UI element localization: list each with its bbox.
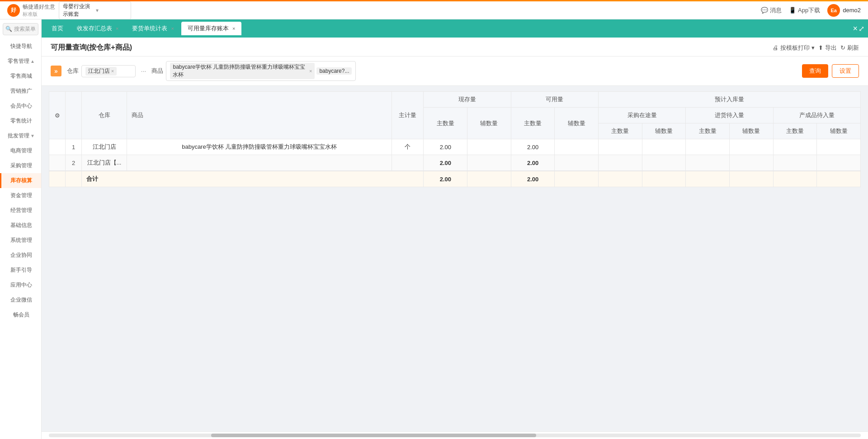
sidebar-item-enterprise-wechat[interactable]: 企业微信 xyxy=(0,293,41,307)
message-button[interactable]: 💬 消息 xyxy=(761,6,782,14)
product-tag-area[interactable]: babycare学饮杯 儿童防摔防撞吸管杯重力球吸嘴杯宝宝水杯 × babyca… xyxy=(166,61,356,81)
expand-button[interactable]: ⤢ xyxy=(859,24,864,33)
sidebar-item-basic-info[interactable]: 基础信息 xyxy=(0,218,41,233)
inventory-table: ⚙ 仓库 商品 主计量 现存量 可用量 预计入库量 主数量 辅数 xyxy=(49,91,861,187)
td-no: 2 xyxy=(66,155,82,171)
sidebar-item-new-guide[interactable]: 新手引导 xyxy=(0,263,41,278)
td-product-pending-main xyxy=(773,155,817,171)
sidebar-item-system-mgmt[interactable]: 系统管理 xyxy=(0,233,41,248)
sidebar-item-batch-mgmt[interactable]: 批发管理 ▼ xyxy=(0,128,41,143)
table-footer xyxy=(42,431,868,439)
app-download-button[interactable]: 📱 App下载 xyxy=(789,6,820,14)
app-download-label: App下载 xyxy=(798,6,820,14)
settings-icon[interactable]: ⚙ xyxy=(55,112,60,119)
sidebar-item-ops-mgmt[interactable]: 经营管理 xyxy=(0,203,41,218)
sidebar-item-quick-nav[interactable]: 快捷导航 xyxy=(0,39,41,54)
query-button[interactable]: 查询 xyxy=(802,64,828,78)
refresh-button[interactable]: ↻ 刷新 xyxy=(840,44,859,52)
avatar: Ea xyxy=(827,4,840,17)
export-button[interactable]: ⬆ 导出 xyxy=(818,44,837,52)
sidebar-item-retail-mgmt[interactable]: 零售管理 ▲ xyxy=(0,54,41,69)
sidebar-item-label: 资金管理 xyxy=(10,192,32,198)
tab-available-inventory[interactable]: 可用量库存账本 × xyxy=(181,22,241,35)
tf-stock-main: 2.00 xyxy=(424,171,467,187)
sidebar-item-ecommerce-mgmt[interactable]: 电商管理 xyxy=(0,143,41,158)
td-settings xyxy=(49,139,66,155)
tf-product-pending-main xyxy=(773,171,817,187)
store-selector[interactable]: 母婴行业演示账套 ▾ xyxy=(59,1,131,19)
td-unit: 个 xyxy=(392,139,424,155)
td-purchase-pending-main xyxy=(686,155,730,171)
th-current-stock: 现存量 xyxy=(424,92,511,108)
remove-product-tag-1[interactable]: × xyxy=(309,68,312,74)
td-purchase-pending-aux xyxy=(729,139,773,155)
product-filter: 商品 babycare学饮杯 儿童防摔防撞吸管杯重力球吸嘴杯宝宝水杯 × bab… xyxy=(151,61,356,81)
search-menu-button[interactable]: 🔍 搜索菜单 xyxy=(3,23,38,35)
refresh-label: 刷新 xyxy=(847,44,859,52)
product-tag-1: babycare学饮杯 儿童防摔防撞吸管杯重力球吸嘴杯宝宝水杯 × xyxy=(170,63,315,79)
top-bar-right: 💬 消息 📱 App下载 Ea demo2 xyxy=(761,4,861,17)
tab-home[interactable]: 首页 xyxy=(45,22,70,35)
sidebar-item-enterprise[interactable]: 企业协同 xyxy=(0,248,41,263)
tab-order-stats[interactable]: 要货单统计表 × xyxy=(126,22,180,35)
app-name: 畅捷通好生意 xyxy=(23,3,55,11)
td-purchase-pending-aux xyxy=(729,155,773,171)
more-filter-icon[interactable]: ··· xyxy=(141,67,146,75)
filter-expand-button[interactable]: » xyxy=(51,66,61,76)
sidebar-item-label: 应用中心 xyxy=(10,282,32,288)
th-product-pending-aux: 辅数量 xyxy=(817,123,861,139)
sidebar-item-member-center[interactable]: 会员中心 xyxy=(0,99,41,113)
export-icon: ⬆ xyxy=(818,44,823,51)
sidebar-item-label: 经营管理 xyxy=(10,207,32,213)
sidebar-item-purchase-mgmt[interactable]: 采购管理 xyxy=(0,158,41,173)
th-product-pending: 产成品待入量 xyxy=(773,108,860,123)
horizontal-scrollbar[interactable] xyxy=(49,434,861,437)
tab-bar: 首页 收发存汇总表 × 要货单统计表 × 可用量库存账本 × × ⤢ xyxy=(42,19,868,38)
table-row: 2 江北门店【... 2.00 2.00 xyxy=(49,155,861,171)
message-icon: 💬 xyxy=(761,7,768,14)
sidebar-item-marketing[interactable]: 营销推广 xyxy=(0,84,41,99)
close-all-tabs-button[interactable]: × xyxy=(853,24,858,33)
username: demo2 xyxy=(843,7,861,14)
print-button[interactable]: 🖨 按模板打印 ▾ xyxy=(773,44,815,52)
sidebar-item-retail-stats[interactable]: 零售统计 xyxy=(0,113,41,128)
tab-label: 要货单统计表 xyxy=(132,24,167,33)
sidebar-item-vip-member[interactable]: 畅会员 xyxy=(0,307,41,322)
tf-avail-main: 2.00 xyxy=(511,171,555,187)
remove-warehouse-tag[interactable]: × xyxy=(111,68,114,74)
tab-close-icon[interactable]: × xyxy=(171,26,174,31)
setting-button[interactable]: 设置 xyxy=(832,64,859,78)
td-product-pending-aux xyxy=(817,155,861,171)
tf-avail-aux xyxy=(555,171,599,187)
td-avail-aux xyxy=(555,155,599,171)
tab-close-icon[interactable]: × xyxy=(116,26,118,31)
print-label: 按模板打印 xyxy=(780,44,810,52)
tab-receive-summary[interactable]: 收发存汇总表 × xyxy=(71,22,125,35)
top-bar-left: 好 畅捷通好生意 标准版 母婴行业演示账套 ▾ xyxy=(7,1,131,19)
table-footer-row: 合计 2.00 2.00 xyxy=(49,171,861,187)
sidebar-item-inventory[interactable]: 库存核算 xyxy=(0,173,41,188)
app-subtext: 标准版 xyxy=(23,11,55,18)
th-avail-aux: 辅数量 xyxy=(555,108,599,139)
sidebar-item-label: 电商管理 xyxy=(10,147,32,154)
filter-actions: 查询 设置 xyxy=(802,64,859,78)
logo-icon: 好 xyxy=(7,4,20,17)
product-tag-text-2: babycare?... xyxy=(319,68,349,74)
store-name: 母婴行业演示账套 xyxy=(63,3,94,18)
tf-label: 合计 xyxy=(82,171,424,187)
th-available: 可用量 xyxy=(511,92,598,108)
warehouse-label: 仓库 xyxy=(67,67,79,75)
sidebar-item-app-center[interactable]: 应用中心 xyxy=(0,278,41,293)
sidebar-item-retail-mall[interactable]: 零售商城 xyxy=(0,69,41,84)
sidebar-item-label: 快捷导航 xyxy=(10,43,32,49)
sidebar-item-label: 新手引导 xyxy=(10,267,32,273)
td-warehouse: 江北门店 xyxy=(82,139,127,155)
sidebar-item-finance-mgmt[interactable]: 资金管理 xyxy=(0,188,41,203)
sidebar-item-label: 批发管理 xyxy=(8,132,29,140)
tab-close-icon[interactable]: × xyxy=(232,26,235,31)
chevron-down-icon: ▾ xyxy=(96,7,127,14)
warehouse-tag-text: 江北门店 xyxy=(88,67,110,75)
th-purchase-transit: 采购在途量 xyxy=(599,108,686,123)
phone-icon: 📱 xyxy=(789,7,796,14)
warehouse-tag-area[interactable]: 江北门店 × xyxy=(81,65,136,77)
